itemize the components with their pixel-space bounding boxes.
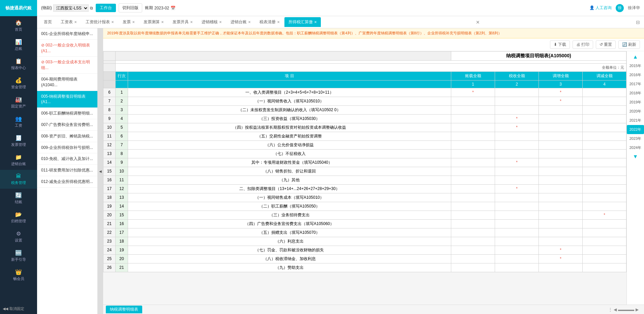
horizontal-scrollbar[interactable]: ⋮ ◀ ▬▬▬▬ ▶ <box>608 307 641 312</box>
year-item-2016[interactable]: 2016年 <box>627 70 644 80</box>
tab-salary[interactable]: 工资表 ✕ <box>57 17 81 27</box>
sidebar-item-ledger[interactable]: 📊 总账 <box>0 35 37 55</box>
item-text[interactable]: 一、收入类调整项目（2+3+4+5+6+7+8+10+11） <box>128 88 451 97</box>
topbar: (物副) 江西股宝-LSS ⧉ 工作台 切到旧版 账期 2023-02 📅 👤 … <box>37 0 644 16</box>
download-button[interactable]: ⬇ 下载 <box>550 40 570 49</box>
invoice-icon: 🧾 <box>15 135 22 141</box>
tab-close-icon[interactable]: ✕ <box>74 20 77 24</box>
row-num-subheader <box>103 80 116 88</box>
sidebar-item-member[interactable]: 👑 畅会员 <box>0 265 37 285</box>
tab-purchase-ledger[interactable]: 进销台账 ✕ <box>226 17 255 27</box>
assets-icon: 🏭 <box>15 96 22 103</box>
back-button[interactable]: 切到旧版 <box>119 3 142 12</box>
sidebar-footer-unpin[interactable]: ◀◀ 取消固定 <box>0 304 37 314</box>
print-button[interactable]: 🖨 打印 <box>573 40 593 49</box>
row-num-cell <box>103 60 116 63</box>
company-select[interactable]: 江西股宝-LSS <box>53 4 89 12</box>
item-subheader <box>128 80 451 88</box>
sidebar-item-tax[interactable]: 🏛 税务管理 <box>0 170 37 189</box>
item-header: 项 目 <box>128 71 451 80</box>
tab-home[interactable]: 首页 <box>40 17 56 27</box>
tab-close-icon[interactable]: ✕ <box>248 20 251 24</box>
year-item-2022[interactable]: 2022年 <box>627 125 644 134</box>
tabbar-more-button[interactable]: ⊟ <box>635 18 641 26</box>
year-panel: ▲ 2015年 2016年 2017年 2018年 2019年 2020年 20… <box>626 51 644 305</box>
year-item-2018[interactable]: 2018年 <box>627 89 644 98</box>
table-row: 19 14 （二）职工薪酬（填写A105050） <box>103 202 626 211</box>
left-panel-item-011[interactable]: 011-研发费用加计扣除优惠... <box>37 165 97 176</box>
c1-cell[interactable]: * <box>451 88 495 97</box>
tab-salary-report[interactable]: 工资统计报表 ✕ <box>82 17 118 27</box>
tab-close-icon[interactable]: ✕ <box>132 20 135 24</box>
left-panel-item-008[interactable]: 008-资产折旧、摊销及纳税... <box>37 131 97 142</box>
sidebar-item-guide[interactable]: 🆕 新手引导 <box>0 246 37 265</box>
tab-label: 发票开具 <box>173 19 189 25</box>
company-copy-icon[interactable]: ⧉ <box>90 6 93 10</box>
year-item-2024[interactable]: 2024年 <box>627 143 644 152</box>
support-link[interactable]: 👤 人工咨询 <box>589 5 612 11</box>
year-item-2019[interactable]: 2019年 <box>627 98 644 107</box>
tax-icon: 🏛 <box>16 173 21 179</box>
company-selector: (物副) 江西股宝-LSS ⧉ <box>41 4 93 12</box>
tab-close-icon[interactable]: ✕ <box>161 20 164 24</box>
year-down-button[interactable]: ▼ <box>632 152 640 161</box>
left-panel-item-009[interactable]: 009-企业所得税弥补亏损明... <box>37 142 97 154</box>
year-item-2023[interactable]: 2023年 <box>627 134 644 143</box>
sidebar-item-label: 发票管理 <box>11 142 26 147</box>
sidebar-item-archive[interactable]: 📂 归档管理 <box>0 208 37 227</box>
left-panel-item-001[interactable]: 001-企业所得税年度纳税申... <box>37 28 97 40</box>
company-prefix: (物副) <box>41 5 52 11</box>
year-item-2021[interactable]: 2021年 <box>627 116 644 125</box>
left-panel-item-005[interactable]: 005-纳税调整项目明细表(A1... <box>37 91 97 108</box>
username: 徐泽华 <box>628 5 640 11</box>
sidebar-item-salary[interactable]: 👥 工资 <box>0 112 37 131</box>
left-panel-item-012[interactable]: 012-减免企业所得税优惠明... <box>37 176 97 188</box>
left-panel-item-004[interactable]: 004-期间费用明细表(A1040... <box>37 74 97 91</box>
reset-button[interactable]: ↺ 重置 <box>596 40 616 49</box>
sidebar-item-home[interactable]: 🏠 首页 <box>0 16 37 35</box>
refresh-button[interactable]: 🔄 刷新 <box>618 40 640 49</box>
sidebar-item-settings[interactable]: ⚙ 设置 <box>0 227 37 246</box>
sidebar-item-finance[interactable]: 💰 资金管理 <box>0 74 37 93</box>
collapse-panel-button[interactable]: ◀ <box>98 28 103 314</box>
tab-tax-clear[interactable]: 税表清册 ✕ <box>255 17 284 27</box>
left-panel-item-007[interactable]: 007-广告费和业务宣传费明... <box>37 119 97 131</box>
tab-close-icon[interactable]: ✕ <box>190 20 193 24</box>
tab-label: 所得税汇算缴 <box>288 19 313 25</box>
tab-label: 发票 <box>123 19 131 25</box>
tab-invoice[interactable]: 发票 ✕ <box>119 17 139 27</box>
year-item-2017[interactable]: 2017年 <box>627 80 644 89</box>
left-panel-item-006[interactable]: 006-职工薪酬纳税调整明细... <box>37 108 97 119</box>
tab-close-icon[interactable]: ✕ <box>314 20 317 24</box>
table-row: 16 11 （九）其他 <box>103 176 626 184</box>
tab-close-icon[interactable]: ✕ <box>111 20 114 24</box>
sidebar-item-assets[interactable]: 🏭 固定资产 <box>0 93 37 112</box>
year-item-2015[interactable]: 2015年 <box>627 61 644 70</box>
tab-close-icon[interactable]: ✕ <box>219 20 222 24</box>
tab-invoice-open[interactable]: 发票开具 ✕ <box>168 17 197 27</box>
left-panel-item-002[interactable]: ⊘ 002-一般企业收入明细表(A1... <box>37 40 97 57</box>
c4-cell[interactable] <box>583 88 626 97</box>
c2-subheader: 2 <box>495 80 539 88</box>
tab-invoice-calc[interactable]: 发票测算 ✕ <box>140 17 168 27</box>
c3-cell[interactable]: * <box>539 88 583 97</box>
tab-purchase-audit[interactable]: 进销稽核 ✕ <box>197 17 226 27</box>
c2-cell[interactable] <box>495 88 539 97</box>
table-row: 18 13 （一）视同销售成本（填写A105010） <box>103 193 626 202</box>
tab-close-icon[interactable]: ✕ <box>277 20 280 24</box>
sidebar-item-invoice[interactable]: 🧾 发票管理 <box>0 131 37 151</box>
sidebar-item-purchases[interactable]: 📁 进销台账 <box>0 151 37 170</box>
sidebar-item-close[interactable]: 🔄 结账 <box>0 189 37 208</box>
sidebar: 畅捷通易代账 🏠 首页 📊 总账 📋 报表中心 💰 资金管理 🏭 固定资产 👥 … <box>0 0 37 314</box>
tabbar-close-button[interactable]: ✕ <box>474 18 481 26</box>
bottom-tab-adjust[interactable]: 纳税调整明细表 <box>106 306 142 313</box>
year-item-2020[interactable]: 2020年 <box>627 107 644 116</box>
left-panel-item-010[interactable]: 010-免税、减计收入及加计... <box>37 153 97 165</box>
tab-income-tax[interactable]: 所得税汇算缴 ✕ <box>284 17 321 27</box>
title-cell <box>116 51 451 60</box>
left-panel-item-003[interactable]: ⊘ 003-一般企业成本支出明细... <box>37 57 97 74</box>
workbench-button[interactable]: 工作台 <box>96 4 116 12</box>
calendar-icon[interactable]: 📅 <box>171 6 176 10</box>
sidebar-item-report[interactable]: 📋 报表中心 <box>0 55 37 74</box>
year-up-button[interactable]: ▲ <box>632 53 640 61</box>
